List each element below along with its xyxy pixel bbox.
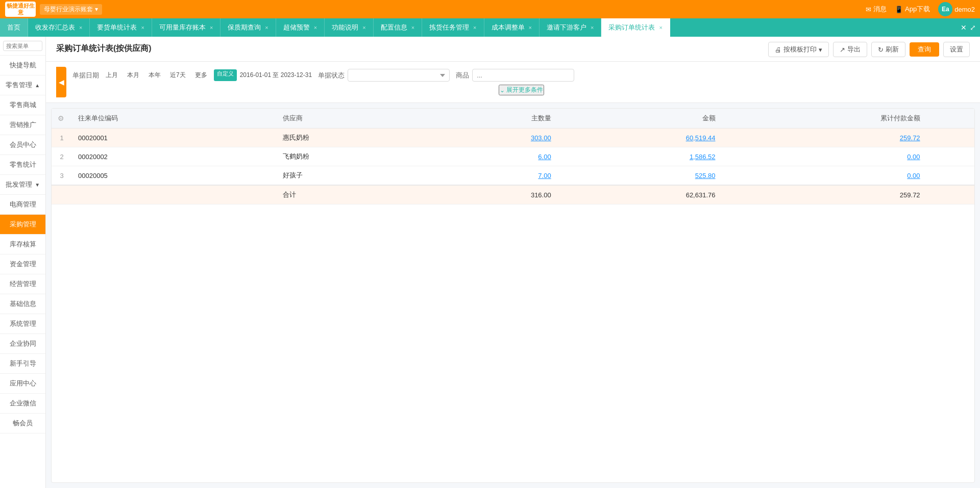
query-button[interactable]: 查询 <box>910 42 939 57</box>
tab-shoufashui[interactable]: 收发存汇总表 × <box>28 18 90 37</box>
table-container: ⚙ 往来单位编码 供应商 主数量 金额 累计付款金额 1 00020001 <box>51 108 975 483</box>
tab-peizhi[interactable]: 配置信息 × <box>374 18 422 37</box>
chevron-down-icon: ⌄ <box>500 87 505 94</box>
date-7days[interactable]: 近7天 <box>166 69 189 81</box>
expand-more-button[interactable]: ⌄ 展开更多条件 <box>499 85 544 95</box>
app-download-tool[interactable]: 📱 App下载 <box>895 5 930 14</box>
footer-label: 合计 <box>277 185 429 204</box>
date-more[interactable]: 更多 <box>191 69 211 81</box>
search-input[interactable] <box>3 41 42 51</box>
tab-keyongliang-close[interactable]: × <box>210 24 213 31</box>
row-1-qty-link[interactable]: 303.00 <box>531 134 551 142</box>
tab-yaoqing-close[interactable]: × <box>591 24 594 31</box>
tab-peizhi-close[interactable]: × <box>411 24 414 31</box>
message-label: 消息 <box>873 5 887 14</box>
date-filter-col: 单据日期 上月 本月 本年 近7天 更多 自定义 2016-01-01 至 20… <box>72 69 312 81</box>
tab-caigou-close[interactable]: × <box>659 24 662 31</box>
sidebar-item-caigou[interactable]: 采购管理 <box>0 215 45 235</box>
table-header: ⚙ 往来单位编码 供应商 主数量 金额 累计付款金额 <box>52 109 974 129</box>
tab-baoyouqi[interactable]: 保质期查询 × <box>220 18 276 37</box>
user-tool[interactable]: Ea demo2 <box>938 2 975 16</box>
filter-collapse-button[interactable]: ◀ <box>56 67 66 97</box>
tab-chaochuyujing-close[interactable]: × <box>314 24 317 31</box>
tab-chaochuyujing[interactable]: 超储预警 × <box>276 18 325 37</box>
nav-tab-end: ✕ ⤢ <box>961 23 980 32</box>
row-1-paid-link[interactable]: 259.72 <box>900 134 920 142</box>
tab-pihuo-close[interactable]: × <box>473 24 476 31</box>
sidebar-item-jichu[interactable]: 基础信息 <box>0 294 45 314</box>
lingshou-arrow: ▲ <box>35 83 40 88</box>
sidebar-item-jingying[interactable]: 经营管理 <box>0 274 45 294</box>
sidebar-item-yingyong[interactable]: 应用中心 <box>0 374 45 394</box>
row-3-amount-link[interactable]: 525.80 <box>695 172 716 179</box>
sidebar-item-zijin[interactable]: 资金管理 <box>0 254 45 274</box>
print-button[interactable]: 🖨 按模板打印 ▾ <box>768 42 829 57</box>
sidebar-item-xitong[interactable]: 系统管理 <box>0 314 45 334</box>
sidebar-item-qiye[interactable]: 企业协同 <box>0 334 45 354</box>
tab-shoufashui-close[interactable]: × <box>79 24 82 31</box>
breadcrumb[interactable]: 母婴行业演示账套 ▾ <box>40 4 102 15</box>
tab-caigou[interactable]: 采购订单统计表 × <box>601 18 670 37</box>
tab-yaohuo[interactable]: 要货单统计表 × <box>90 18 152 37</box>
sidebar-item-lingshoutongji[interactable]: 零售统计 <box>0 155 45 175</box>
sidebar-item-pifa[interactable]: 批发管理 ▼ <box>0 175 45 195</box>
goods-input[interactable] <box>472 69 574 82</box>
date-this-month[interactable]: 本月 <box>124 69 143 81</box>
print-arrow-icon: ▾ <box>819 46 822 54</box>
message-tool[interactable]: ✉ 消息 <box>866 5 887 14</box>
tab-yaohuo-close[interactable]: × <box>141 24 144 31</box>
refresh-button[interactable]: ↻ 刷新 <box>871 42 905 57</box>
sidebar-item-kuaijie[interactable]: 快捷导航 <box>0 56 45 75</box>
tab-gongneng[interactable]: 功能说明 × <box>325 18 373 37</box>
row-3-supplier: 好孩子 <box>277 166 429 186</box>
tab-caigou-label: 采购订单统计表 <box>608 23 655 32</box>
search-box <box>0 37 45 56</box>
right-tools: ✉ 消息 📱 App下载 Ea demo2 <box>866 2 975 16</box>
row-1-amount-link[interactable]: 60,519.44 <box>686 134 716 142</box>
export-button[interactable]: ↗ 导出 <box>833 42 867 57</box>
row-2-qty-link[interactable]: 6.00 <box>538 153 551 161</box>
tab-chengben[interactable]: 成本调整单 × <box>484 18 540 37</box>
sidebar-item-kucun[interactable]: 库存核算 <box>0 235 45 254</box>
sidebar-item-changhui[interactable]: 畅会员 <box>0 414 45 433</box>
date-last-month[interactable]: 上月 <box>102 69 121 81</box>
tab-chengben-close[interactable]: × <box>529 24 532 31</box>
row-3-qty-link[interactable]: 7.00 <box>538 172 551 179</box>
row-1-code: 00020001 <box>72 129 277 147</box>
table-row: 1 00020001 惠氏奶粉 303.00 60,519.44 259.72 <box>52 129 974 147</box>
tab-gongneng-close[interactable]: × <box>362 24 365 31</box>
page-title: 采购订单统计表(按供应商) <box>56 43 152 54</box>
table-footer: 合计 316.00 62,631.76 259.72 <box>52 185 974 204</box>
row-1-qty: 303.00 <box>429 129 557 147</box>
tab-baoyouqi-close[interactable]: × <box>265 24 268 31</box>
printer-icon: 🖨 <box>775 46 781 54</box>
filter-fields: 单据日期 上月 本月 本年 近7天 更多 自定义 2016-01-01 至 20… <box>72 69 970 82</box>
tab-yaohuo-label: 要货单统计表 <box>97 23 137 32</box>
row-2-amount-link[interactable]: 1,586.52 <box>690 153 716 161</box>
sidebar-item-dianshang[interactable]: 电商管理 <box>0 195 45 215</box>
row-3-extra <box>926 166 974 186</box>
sidebar-item-lingshou[interactable]: 零售管理 ▲ <box>0 75 45 95</box>
restore-window-icon[interactable]: ⤢ <box>970 23 976 32</box>
date-range-text: 2016-01-01 至 2023-12-31 <box>240 71 312 80</box>
sidebar-item-yingxiao[interactable]: 营销推广 <box>0 115 45 135</box>
tab-yaoqing[interactable]: 邀请下游客户 × <box>540 18 601 37</box>
row-3-paid-link[interactable]: 0.00 <box>907 172 920 179</box>
tab-keyongliang[interactable]: 可用量库存账本 × <box>152 18 220 37</box>
sidebar-item-lingshoushangjia[interactable]: 零售商城 <box>0 95 45 115</box>
top-bar: 畅捷通好生意 母婴行业演示账套 ▾ ✉ 消息 📱 App下载 Ea demo2 <box>0 0 980 18</box>
status-select[interactable] <box>348 69 450 82</box>
th-amount: 金额 <box>557 109 722 129</box>
sidebar-item-qiyeweixin[interactable]: 企业微信 <box>0 394 45 414</box>
sidebar-item-xinshou[interactable]: 新手引导 <box>0 354 45 374</box>
close-window-icon[interactable]: ✕ <box>961 23 967 32</box>
tab-pihuo[interactable]: 拣货任务管理 × <box>422 18 484 37</box>
th-qty: 主数量 <box>429 109 557 129</box>
row-2-paid-link[interactable]: 0.00 <box>907 153 920 161</box>
settings-button[interactable]: 设置 <box>943 42 970 57</box>
column-settings-icon[interactable]: ⚙ <box>58 114 64 122</box>
date-this-year[interactable]: 本年 <box>145 69 164 81</box>
tab-home[interactable]: 首页 <box>0 18 28 37</box>
goods-filter-col: 商品 <box>456 69 574 82</box>
sidebar-item-huiyuan[interactable]: 会员中心 <box>0 135 45 155</box>
